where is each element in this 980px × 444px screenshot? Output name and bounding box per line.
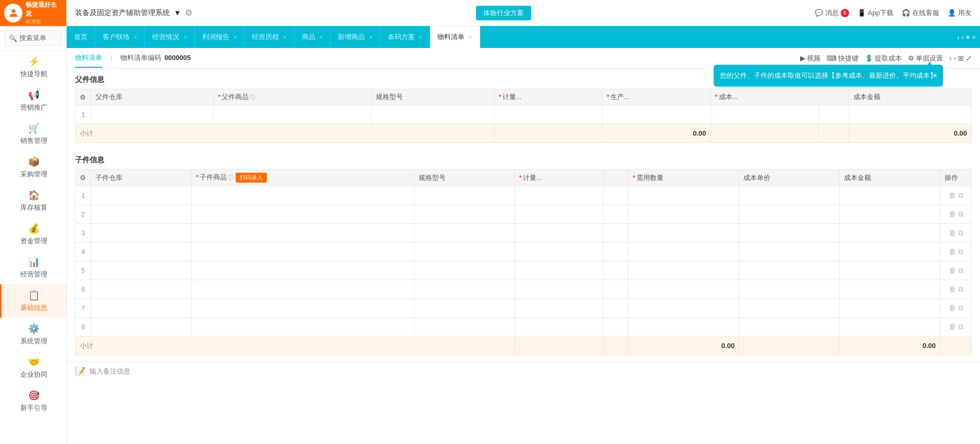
sidebar-item-system[interactable]: ⚙️ 系统管理 (0, 318, 66, 351)
cost-extract-button[interactable]: 💲 提取成本 (865, 54, 902, 63)
child-row5-goods[interactable] (191, 261, 414, 280)
tab-bom-close[interactable]: × (469, 34, 472, 40)
sidebar-item-ops[interactable]: 📊 经营管理 (0, 251, 66, 284)
child-row6-unit-cost[interactable] (739, 280, 840, 299)
child-row2-unit-cost[interactable] (739, 205, 840, 224)
sidebar-item-base[interactable]: 📋 基础信息 (0, 284, 66, 318)
parent-row-cost[interactable] (710, 105, 818, 124)
doc-settings-button[interactable]: ⚙ 单据设置 (908, 54, 943, 63)
copy-row3-button[interactable]: ⧉ (958, 229, 963, 237)
next-record-icon[interactable]: › (954, 54, 956, 62)
tab-bom[interactable]: 物料清单 × (430, 26, 480, 48)
delete-row3-button[interactable]: 🗑 (949, 229, 956, 237)
child-row2-qty[interactable] (628, 205, 739, 224)
tab-history-close[interactable]: × (283, 34, 286, 40)
child-row3-goods[interactable] (191, 224, 414, 243)
child-row8-unit[interactable] (514, 318, 603, 337)
user-button[interactable]: 👤 用友 (948, 8, 972, 18)
tab-history[interactable]: 经营历程 × (244, 26, 294, 48)
copy-row8-button[interactable]: ⧉ (958, 322, 963, 331)
settings-icon[interactable]: ⚙ (185, 8, 192, 18)
tab-customer-close[interactable]: × (134, 34, 137, 40)
child-row1-spec[interactable] (414, 186, 514, 205)
child-row6-warehouse[interactable] (91, 280, 192, 299)
copy-row7-button[interactable]: ⧉ (958, 304, 963, 313)
try-solution-button[interactable]: 体验行业方案 (476, 6, 531, 20)
sidebar-item-purchase[interactable]: 📦 采购管理 (0, 151, 66, 184)
child-col-settings[interactable]: ⚙ (76, 170, 91, 186)
sidebar-item-guide[interactable]: 🎯 新手引导 (0, 385, 66, 418)
child-row2-spec[interactable] (414, 205, 514, 224)
child-row2-unit[interactable] (514, 205, 603, 224)
sidebar-item-collab[interactable]: 🤝 企业协同 (0, 351, 66, 385)
parent-row-goods[interactable] (214, 105, 372, 124)
sidebar-item-marketing[interactable]: 📢 营销推广 (0, 84, 66, 117)
child-row8-qty[interactable] (628, 318, 739, 337)
copy-row4-button[interactable]: ⧉ (958, 247, 963, 256)
child-row7-spec[interactable] (414, 299, 514, 318)
tab-business[interactable]: 经营情况 × (145, 26, 194, 48)
tab-customer[interactable]: 客户联络 × (95, 26, 145, 48)
message-button[interactable]: 💬 消息 6 (815, 8, 849, 18)
tab-business-close[interactable]: × (183, 34, 187, 40)
child-row5-unit-cost[interactable] (739, 261, 840, 280)
parent-row-warehouse[interactable] (91, 105, 214, 124)
sub-tab-bom-list[interactable]: 物料清单 (75, 49, 102, 68)
bottom-hint-label[interactable]: 输入备注信息 (90, 367, 130, 376)
delete-row7-button[interactable]: 🗑 (949, 304, 956, 313)
child-row3-warehouse[interactable] (91, 224, 192, 243)
search-menu-button[interactable]: 🔍 搜索菜单 (4, 30, 62, 46)
delete-row1-button[interactable]: 🗑 (949, 191, 956, 200)
tab-barcode-close[interactable]: × (419, 34, 422, 40)
tab-barcode[interactable]: 条码方案 × (381, 26, 430, 48)
child-row1-goods[interactable] (191, 186, 414, 205)
child-row6-qty[interactable] (628, 280, 739, 299)
parent-row-unit[interactable] (494, 105, 602, 124)
child-row4-warehouse[interactable] (91, 243, 192, 261)
child-row5-unit[interactable] (514, 261, 603, 280)
child-row4-goods[interactable] (191, 243, 414, 261)
child-row4-unit-cost[interactable] (739, 243, 840, 261)
child-row8-spec[interactable] (414, 318, 514, 337)
child-row4-spec[interactable] (414, 243, 514, 261)
child-row7-goods[interactable] (191, 299, 414, 318)
child-row3-unit[interactable] (514, 224, 603, 243)
nav-prev-icon[interactable]: ‹ (957, 33, 959, 41)
child-row5-warehouse[interactable] (91, 261, 192, 280)
grid-view-icon[interactable]: ⊞ (958, 54, 964, 62)
child-row8-goods[interactable] (191, 318, 414, 337)
parent-row-spec[interactable] (372, 105, 494, 124)
scan-input-button[interactable]: 扫码录入 (236, 173, 267, 183)
child-row3-qty[interactable] (628, 224, 739, 243)
child-row3-spec[interactable] (414, 224, 514, 243)
delete-row6-button[interactable]: 🗑 (949, 285, 956, 294)
delete-row8-button[interactable]: 🗑 (949, 322, 956, 331)
delete-row2-button[interactable]: 🗑 (949, 210, 956, 219)
delete-row4-button[interactable]: 🗑 (949, 247, 956, 256)
system-select-trigger[interactable]: ▼ (174, 9, 181, 17)
child-row5-spec[interactable] (414, 261, 514, 280)
shortcut-button[interactable]: ⌨ 快捷键 (827, 54, 859, 63)
child-row3-unit-cost[interactable] (739, 224, 840, 243)
child-row7-warehouse[interactable] (91, 299, 192, 318)
child-row8-unit-cost[interactable] (739, 318, 840, 337)
delete-row5-button[interactable]: 🗑 (949, 266, 956, 275)
app-download-button[interactable]: 📱 App下载 (858, 8, 893, 18)
tab-goods[interactable]: 商品 × (295, 26, 330, 48)
child-row4-qty[interactable] (628, 243, 739, 261)
child-row5-qty[interactable] (628, 261, 739, 280)
sub-tab-bom-code[interactable]: 物料清单编码 0000005 (120, 49, 191, 68)
child-row6-unit[interactable] (514, 280, 603, 299)
child-row2-warehouse[interactable] (91, 205, 192, 224)
tab-profit[interactable]: 利润报告 × (195, 26, 244, 48)
parent-col-settings[interactable]: ⚙ (76, 89, 91, 105)
tab-new-goods-close[interactable]: × (369, 34, 372, 40)
child-row7-unit[interactable] (514, 299, 603, 318)
child-row7-qty[interactable] (628, 299, 739, 318)
copy-row6-button[interactable]: ⧉ (958, 285, 963, 294)
nav-close-icon[interactable]: × (972, 33, 976, 41)
nav-next-icon[interactable]: › (961, 33, 963, 41)
sidebar-item-sales[interactable]: 🛒 销售管理 (0, 117, 66, 151)
sidebar-item-finance[interactable]: 💰 资金管理 (0, 218, 66, 251)
parent-row-production[interactable] (603, 105, 710, 124)
